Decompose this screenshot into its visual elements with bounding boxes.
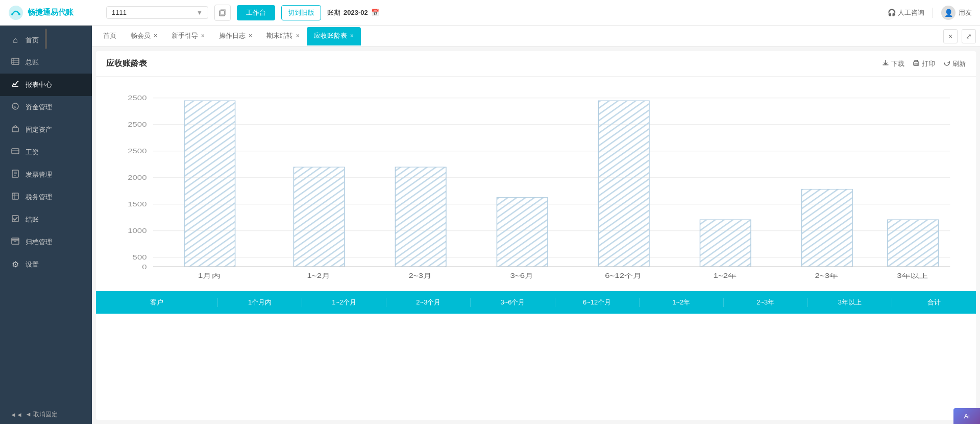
sidebar-item-archive[interactable]: 归档管理 [0, 231, 92, 253]
ledger-icon [10, 57, 20, 67]
funds-icon: $ [10, 102, 20, 112]
closing-icon [10, 215, 20, 225]
th-3plus-year: 3年以上 [808, 298, 892, 307]
sidebar-item-funds[interactable]: $ 资金管理 [0, 96, 92, 119]
svg-text:2~3年: 2~3年 [815, 272, 839, 279]
tab-oplog[interactable]: 操作日志 × [212, 27, 259, 45]
pin-icon: ◄◄ [10, 411, 22, 418]
tab-yearend[interactable]: 期末结转 × [259, 27, 307, 45]
page-content: 应收账龄表 下载 [96, 51, 976, 420]
sidebar-item-funds-label: 资金管理 [26, 103, 52, 112]
sidebar-item-assets-label: 固定资产 [26, 125, 52, 134]
workbench-button[interactable]: 工作台 [237, 5, 275, 20]
ai-button[interactable]: Ai [953, 408, 980, 424]
company-selector[interactable]: 1111 ▼ [106, 6, 208, 19]
tab-home[interactable]: 首页 [96, 27, 124, 45]
svg-rect-19 [12, 193, 18, 199]
assets-icon [10, 125, 20, 135]
print-button[interactable]: 打印 [913, 59, 935, 68]
svg-text:1~2年: 1~2年 [714, 272, 737, 279]
svg-text:0: 0 [142, 264, 146, 271]
sidebar-item-home[interactable]: ⌂ 首页 [0, 30, 92, 51]
copy-icon[interactable] [214, 5, 231, 21]
chart-area: 2500 2500 2500 2000 1500 1000 500 0 [96, 77, 976, 291]
svg-text:1000: 1000 [128, 227, 146, 234]
th-6-12month: 6~12个月 [555, 298, 640, 307]
invoice-icon [10, 170, 20, 180]
tab-guide-close[interactable]: × [201, 32, 205, 39]
tab-member[interactable]: 畅会员 × [124, 27, 164, 45]
tab-member-close[interactable]: × [154, 32, 157, 39]
sidebar-item-home-label: 首页 [26, 36, 39, 45]
tab-yearend-label: 期末结转 [266, 31, 293, 40]
sidebar-item-assets[interactable]: 固定资产 [0, 119, 92, 141]
svg-text:1~2月: 1~2月 [307, 272, 330, 279]
archive-icon [10, 237, 20, 247]
svg-rect-12 [12, 128, 18, 132]
svg-rect-13 [12, 149, 19, 154]
svg-text:6~12个月: 6~12个月 [605, 272, 642, 279]
svg-rect-49 [700, 220, 751, 267]
sidebar-item-tax-label: 税务管理 [26, 193, 52, 202]
th-1-2year: 1~2年 [640, 298, 724, 307]
sidebar-item-reports-label: 报表中心 [26, 80, 52, 89]
svg-text:1月内: 1月内 [198, 272, 220, 279]
svg-rect-22 [12, 216, 18, 222]
svg-text:2500: 2500 [128, 121, 146, 128]
tab-home-label: 首页 [103, 31, 116, 40]
svg-text:2500: 2500 [128, 95, 146, 101]
sidebar-item-tax[interactable]: 税务管理 [0, 186, 92, 208]
tab-araging-close[interactable]: × [350, 32, 354, 39]
th-2-3month: 2~3个月 [386, 298, 471, 307]
svg-text:500: 500 [133, 254, 147, 261]
refresh-button[interactable]: 刷新 [943, 59, 966, 68]
tab-member-label: 畅会员 [131, 31, 151, 40]
close-tab-button[interactable]: × [943, 29, 958, 43]
sidebar-item-reports[interactable]: 报表中心 [0, 74, 92, 96]
download-button[interactable]: 下载 [882, 59, 904, 68]
svg-rect-24 [12, 238, 19, 240]
svg-rect-46 [395, 167, 446, 267]
svg-rect-9 [12, 86, 18, 87]
svg-rect-27 [915, 63, 918, 65]
avatar: 👤 [941, 6, 955, 20]
download-icon [882, 59, 889, 68]
calendar-icon[interactable]: 📅 [371, 9, 379, 16]
user-area[interactable]: 👤 用友 [941, 6, 972, 20]
cancel-pin-btn[interactable]: ◄◄ ◄ 取消固定 [0, 405, 92, 424]
sidebar-item-ledger-label: 总账 [26, 58, 39, 67]
consultation-btn[interactable]: 🎧 人工咨询 [888, 8, 924, 17]
svg-text:$: $ [14, 105, 16, 109]
header-right: 🎧 人工咨询 👤 用友 [888, 6, 972, 20]
svg-point-2 [18, 13, 20, 15]
sidebar-item-salary-label: 工资 [26, 148, 39, 157]
svg-text:3~6月: 3~6月 [510, 272, 534, 279]
svg-text:2000: 2000 [128, 174, 146, 181]
svg-text:1500: 1500 [128, 201, 146, 207]
svg-rect-50 [802, 189, 853, 267]
th-3-6month: 3~6个月 [471, 298, 555, 307]
sidebar-item-invoice[interactable]: 发票管理 [0, 163, 92, 186]
svg-point-0 [9, 6, 23, 20]
salary-icon [10, 147, 20, 157]
sidebar-item-ledger[interactable]: 总账 [0, 51, 92, 74]
sidebar-item-closing[interactable]: 结账 [0, 208, 92, 231]
th-1month: 1个月内 [218, 298, 302, 307]
tab-oplog-close[interactable]: × [249, 32, 252, 39]
reports-icon [10, 80, 20, 90]
tabs-actions: × ⤢ [943, 29, 976, 43]
sidebar-item-settings[interactable]: ⚙ 设置 [0, 253, 92, 275]
tab-yearend-close[interactable]: × [296, 32, 300, 39]
print-icon [913, 59, 920, 68]
expand-tab-button[interactable]: ⤢ [962, 29, 976, 43]
th-customer: 客户 [96, 298, 218, 307]
svg-text:2500: 2500 [128, 148, 146, 154]
tab-araging[interactable]: 应收账龄表 × [307, 27, 361, 45]
switch-version-button[interactable]: 切到旧版 [281, 5, 321, 20]
tab-guide[interactable]: 新手引导 × [164, 27, 212, 45]
svg-rect-47 [497, 198, 548, 267]
divider [933, 8, 933, 18]
sidebar-item-salary[interactable]: 工资 [0, 141, 92, 163]
logo-area: 畅捷通易代账 [8, 5, 100, 20]
logo-text: 畅捷通易代账 [28, 8, 74, 17]
